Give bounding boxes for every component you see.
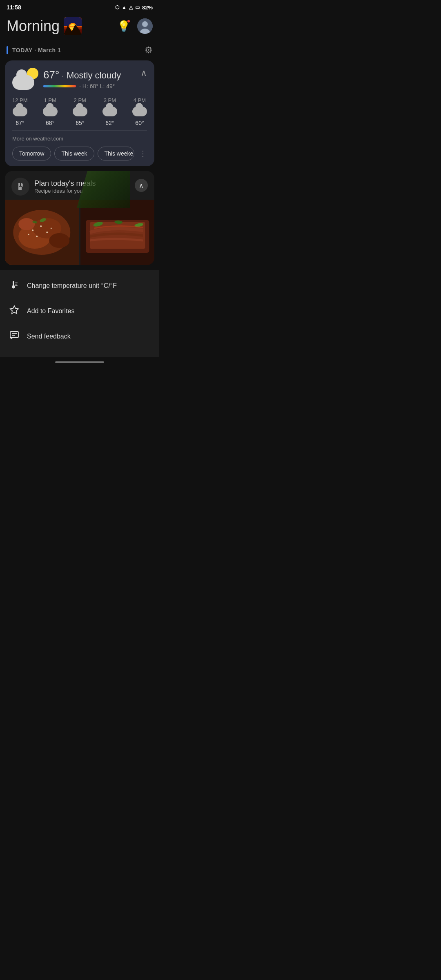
weather-description: Mostly cloudy bbox=[67, 70, 121, 81]
meals-bg-decoration bbox=[77, 171, 130, 208]
svg-rect-33 bbox=[15, 284, 17, 285]
feedback-icon bbox=[8, 330, 20, 343]
svg-point-9 bbox=[142, 21, 148, 27]
sheet-label-temperature: Change temperature unit °C/°F bbox=[27, 282, 117, 290]
weather-temp-info: 67° · Mostly cloudy · H: 68° L: 49° bbox=[43, 69, 121, 89]
header: Morning 💡 bbox=[0, 13, 159, 42]
hour-item-3: 3 PM 62° bbox=[102, 97, 117, 126]
svg-marker-35 bbox=[10, 306, 18, 314]
status-bar: 11:58 ⬡ ▲ △ ▭ 82% bbox=[0, 0, 159, 13]
hour-cloud-icon-3 bbox=[102, 107, 117, 116]
date-text: TODAY · March 1 bbox=[12, 47, 61, 53]
svg-rect-36 bbox=[10, 332, 18, 338]
sheet-item-temperature[interactable]: Change temperature unit °C/°F bbox=[0, 273, 159, 298]
battery-icon: ▭ bbox=[135, 4, 140, 10]
hour-cloud-icon-1 bbox=[43, 107, 58, 116]
svg-point-22 bbox=[51, 228, 52, 229]
date-label: TODAY · March 1 bbox=[7, 46, 61, 54]
sheet-label-favorites: Add to Favorites bbox=[27, 307, 75, 315]
page-title: Morning bbox=[7, 18, 60, 35]
svg-rect-32 bbox=[15, 283, 18, 283]
weather-temperature: 67° bbox=[43, 69, 59, 81]
weather-more-link[interactable]: More on weather.com bbox=[12, 136, 147, 142]
weather-tab-thisweek[interactable]: This week bbox=[54, 147, 94, 160]
hour-item-2: 2 PM 65° bbox=[73, 97, 87, 126]
status-icons: ⬡ ▲ △ ▭ 82% bbox=[115, 4, 153, 11]
header-left: Morning bbox=[7, 17, 82, 35]
settings-icon[interactable]: ⚙ bbox=[145, 45, 153, 56]
svg-point-23 bbox=[28, 234, 29, 235]
meal-photo-left[interactable] bbox=[5, 200, 79, 265]
weather-high-low: · H: 68° L: 49° bbox=[43, 83, 121, 89]
signal-icon: △ bbox=[129, 4, 133, 10]
meals-icon bbox=[11, 178, 29, 196]
bluetooth-icon: ⬡ bbox=[115, 4, 119, 10]
sheet-item-favorites[interactable]: Add to Favorites bbox=[0, 298, 159, 324]
meals-collapse-button[interactable]: ∧ bbox=[135, 179, 148, 192]
meals-header: Plan today's meals Recipe ideas for you … bbox=[5, 171, 154, 200]
weather-tabs-more-button[interactable]: ⋮ bbox=[139, 149, 147, 158]
hour-item-1: 1 PM 68° bbox=[43, 97, 58, 126]
user-avatar[interactable] bbox=[137, 18, 153, 34]
wifi-icon: ▲ bbox=[122, 4, 127, 10]
notification-dot bbox=[127, 19, 131, 23]
bottom-sheet: Change temperature unit °C/°F Add to Fav… bbox=[0, 270, 159, 357]
header-emoji bbox=[64, 17, 82, 35]
hour-cloud-icon-0 bbox=[13, 107, 27, 116]
weather-tab-thisweekend[interactable]: This weeke bbox=[98, 147, 134, 160]
meals-photos bbox=[5, 200, 154, 265]
weather-tab-tomorrow[interactable]: Tomorrow bbox=[12, 147, 51, 160]
date-bar-accent bbox=[7, 46, 8, 54]
status-time: 11:58 bbox=[7, 4, 21, 11]
hour-item-4: 4 PM 60° bbox=[132, 97, 147, 126]
weather-collapse-button[interactable]: ∧ bbox=[140, 68, 147, 78]
hour-cloud-icon-4 bbox=[132, 107, 147, 116]
sheet-item-feedback[interactable]: Send feedback bbox=[0, 324, 159, 349]
meals-card[interactable]: Plan today's meals Recipe ideas for you … bbox=[5, 171, 154, 265]
date-section: TODAY · March 1 ⚙ bbox=[0, 42, 159, 60]
svg-rect-5 bbox=[64, 26, 82, 27]
home-indicator bbox=[0, 357, 159, 365]
svg-point-20 bbox=[46, 232, 48, 233]
sheet-label-feedback: Send feedback bbox=[27, 333, 71, 340]
hour-cloud-icon-2 bbox=[73, 107, 87, 116]
weather-hl-text: · H: 68° L: 49° bbox=[79, 83, 115, 89]
svg-point-16 bbox=[18, 218, 35, 230]
thermometer-icon bbox=[8, 280, 20, 292]
header-right: 💡 bbox=[116, 18, 153, 34]
svg-point-21 bbox=[36, 236, 38, 237]
hour-item-0: 12 PM 67° bbox=[12, 97, 28, 126]
hourly-forecast: 12 PM 67° 1 PM 68° 2 PM 65° 3 PM 62° 4 P… bbox=[12, 97, 147, 131]
meal-photo-right[interactable] bbox=[80, 200, 155, 265]
cloud-icon bbox=[12, 75, 34, 90]
notifications-button[interactable]: 💡 bbox=[116, 18, 131, 34]
home-bar bbox=[55, 361, 104, 363]
weather-card: 67° · Mostly cloudy · H: 68° L: 49° ∧ 12… bbox=[5, 60, 154, 166]
svg-rect-7 bbox=[64, 33, 82, 35]
temp-bar bbox=[43, 85, 76, 87]
weather-top: 67° · Mostly cloudy · H: 68° L: 49° ∧ bbox=[12, 68, 147, 90]
weather-tabs: Tomorrow This week This weeke ⋮ bbox=[12, 147, 147, 160]
weather-main: 67° · Mostly cloudy · H: 68° L: 49° bbox=[12, 68, 121, 90]
svg-point-19 bbox=[40, 225, 42, 227]
svg-point-18 bbox=[32, 229, 33, 231]
battery-percent: 82% bbox=[142, 4, 153, 11]
svg-rect-34 bbox=[15, 285, 18, 286]
weather-icon bbox=[12, 68, 38, 90]
svg-point-17 bbox=[49, 233, 69, 248]
star-icon bbox=[8, 305, 20, 317]
